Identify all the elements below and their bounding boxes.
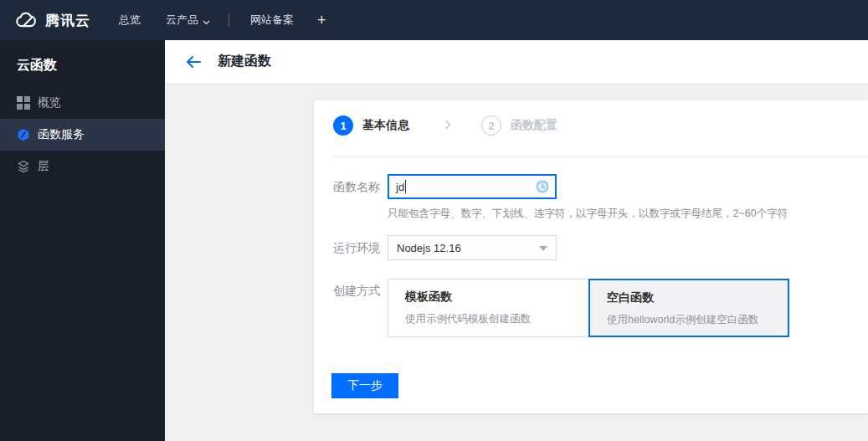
runtime-selected-value: Nodejs 12.16 — [397, 242, 461, 254]
runtime-label: 运行环境 — [333, 235, 387, 260]
tencent-cloud-logo[interactable]: 腾讯云 — [13, 11, 114, 30]
sidebar-item-label: 函数服务 — [38, 127, 85, 142]
content-area: 1 基本信息 2 函数配置 函数名称 jd 只能包含字母、数字、下划线、连字符，… — [165, 83, 868, 441]
top-nav-bar: 腾讯云 总览 云产品 网站备案 + — [0, 0, 868, 40]
grid-icon — [17, 96, 30, 110]
sidebar-item-function-service[interactable]: 函数服务 — [0, 119, 165, 151]
method-label: 创建方式 — [333, 284, 387, 299]
back-arrow-icon — [186, 56, 201, 68]
caret-down-icon — [539, 246, 547, 251]
sidebar-title: 云函数 — [0, 40, 165, 87]
method-card-desc: 使用helloworld示例创建空白函数 — [607, 313, 788, 327]
next-step-button[interactable]: 下一步 — [331, 373, 398, 398]
page-header: 新建函数 — [165, 40, 868, 83]
page-title: 新建函数 — [218, 53, 271, 70]
sidebar-item-overview[interactable]: 概览 — [0, 87, 165, 119]
method-card-group: 模板函数 使用示例代码模板创建函数 空白函数 使用helloworld示例创建空… — [388, 279, 789, 337]
divider — [333, 156, 868, 157]
back-button[interactable] — [186, 54, 203, 70]
scf-hexagon-icon — [17, 128, 30, 141]
sidebar-item-label: 层 — [38, 159, 49, 174]
nav-divider — [229, 13, 229, 27]
method-card-title: 空白函数 — [607, 290, 788, 305]
function-name-value: jd — [396, 181, 404, 193]
pending-clock-icon — [535, 179, 550, 194]
chevron-right-icon — [444, 118, 451, 133]
method-card-blank[interactable]: 空白函数 使用helloworld示例创建空白函数 — [588, 279, 789, 337]
step-1-circle: 1 — [333, 115, 353, 136]
runtime-select[interactable]: Nodejs 12.16 — [388, 235, 557, 260]
brand-name: 腾讯云 — [45, 11, 90, 30]
function-name-input[interactable]: jd — [388, 174, 557, 199]
sidebar-item-label: 概览 — [38, 95, 61, 110]
step-2-circle: 2 — [481, 115, 501, 136]
text-cursor — [405, 180, 406, 193]
method-card-desc: 使用示例代码模板创建函数 — [405, 312, 588, 326]
sidebar: 云函数 概览 函数服务 层 — [0, 40, 165, 441]
step-1-label: 基本信息 — [362, 118, 409, 133]
step-2-label: 函数配置 — [511, 118, 557, 133]
nav-products-label: 云产品 — [166, 13, 198, 28]
nav-item-icp[interactable]: 网站备案 — [250, 13, 294, 28]
sidebar-item-layers[interactable]: 层 — [0, 151, 165, 182]
function-name-hint: 只能包含字母、数字、下划线、连字符，以字母开头，以数字或字母结尾，2~60个字符 — [388, 207, 788, 221]
function-name-label: 函数名称 — [333, 174, 387, 199]
cloud-logo-icon — [13, 11, 39, 29]
step-indicator: 1 基本信息 2 函数配置 — [333, 115, 557, 136]
nav-item-products[interactable]: 云产品 — [166, 13, 198, 28]
create-function-card: 1 基本信息 2 函数配置 函数名称 jd 只能包含字母、数字、下划线、连字符，… — [314, 100, 868, 413]
chevron-down-icon — [203, 13, 210, 28]
method-card-title: 模板函数 — [405, 290, 588, 305]
method-card-template[interactable]: 模板函数 使用示例代码模板创建函数 — [388, 279, 588, 337]
nav-item-overview[interactable]: 总览 — [119, 13, 141, 28]
layers-icon — [17, 160, 30, 173]
add-tab-button[interactable]: + — [317, 12, 326, 29]
